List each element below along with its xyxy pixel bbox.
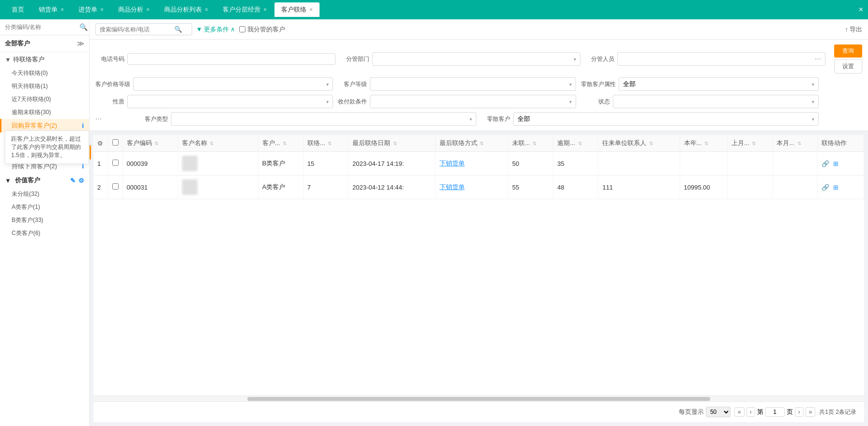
last-page-button[interactable]: » bbox=[806, 407, 816, 417]
payment-field: 收付款条件 ▾ bbox=[338, 95, 576, 108]
price-grade-select[interactable]: ▾ bbox=[133, 77, 333, 91]
search-input[interactable] bbox=[100, 26, 172, 33]
sort-icon3[interactable]: ⇅ bbox=[283, 141, 287, 146]
manager-select[interactable]: ··· bbox=[617, 52, 825, 66]
horizontal-scrollbar[interactable] bbox=[93, 396, 864, 401]
sort-icon2[interactable]: ⇅ bbox=[210, 141, 213, 146]
settings-button[interactable]: 设置 bbox=[834, 59, 862, 73]
tooltip-box: 距客户上次交易时长，超过了此客户的平均交易周期的1.5倍，则视为异常。 bbox=[5, 131, 89, 164]
sidebar-item-7days[interactable]: 近7天待联络(0) bbox=[0, 93, 89, 106]
status-select[interactable]: ▾ bbox=[613, 95, 819, 108]
sidebar-item-overdue[interactable]: 逾期未联络(30) bbox=[0, 106, 89, 119]
view-icon[interactable]: 🔗 bbox=[822, 160, 829, 167]
sort-icon10[interactable]: ⇅ bbox=[704, 141, 708, 146]
export-icon: ↑ bbox=[845, 26, 849, 33]
close-tab-purchase[interactable]: × bbox=[100, 6, 104, 13]
department-select[interactable]: ▾ bbox=[372, 52, 580, 66]
dots-icon[interactable]: ··· bbox=[815, 55, 821, 63]
sort-icon7[interactable]: ⇅ bbox=[533, 141, 536, 146]
sidebar-item-c-type[interactable]: C类客户(6) bbox=[0, 227, 89, 240]
chevron-down-icon7: ▾ bbox=[569, 99, 572, 104]
close-tab-sales[interactable]: × bbox=[61, 6, 64, 13]
row1-this-year bbox=[680, 152, 727, 176]
sort-icon9[interactable]: ⇅ bbox=[649, 141, 653, 146]
left-sidebar: 🔍 全部客户 ≫ ▼ 待联络客户 今天待联络(0) 明天待联络(1) 近7天待联… bbox=[0, 19, 90, 426]
nature-select[interactable]: ▾ bbox=[127, 95, 333, 108]
tab-purchase-order[interactable]: 进货单 × bbox=[72, 2, 110, 17]
row2-type: A类客户 bbox=[258, 176, 303, 199]
sort-icon[interactable]: ⇅ bbox=[154, 141, 158, 146]
close-tab-tier[interactable]: × bbox=[263, 6, 267, 13]
customer-grade-select[interactable]: ▾ bbox=[370, 77, 576, 91]
next-page-button[interactable]: › bbox=[795, 407, 804, 417]
value-customer-section[interactable]: ▼ 价值客户 ✎ ⚙ bbox=[0, 173, 89, 188]
payment-select[interactable]: ▾ bbox=[370, 95, 576, 108]
edit-icon[interactable]: ✎ bbox=[70, 177, 76, 184]
department-field: 分管部门 ▾ bbox=[340, 52, 580, 66]
sort-icon6[interactable]: ⇅ bbox=[480, 141, 484, 146]
prev-page-button[interactable]: ‹ bbox=[746, 407, 755, 417]
sidebar-item-tomorrow[interactable]: 明天待联络(1) bbox=[0, 80, 89, 93]
row1-this-month bbox=[773, 152, 818, 176]
chevron-down-icon4: ▾ bbox=[569, 82, 572, 87]
customer-type-select[interactable]: ▾ bbox=[171, 112, 476, 126]
arrow-icon: ▼ bbox=[5, 56, 11, 63]
gear-icon[interactable]: ⚙ bbox=[97, 140, 103, 147]
close-tab-analysis-list[interactable]: × bbox=[205, 6, 208, 13]
sort-icon8[interactable]: ⇅ bbox=[578, 141, 582, 146]
query-button[interactable]: 查询 bbox=[834, 44, 862, 58]
filter-top-bar: 🔍 ▼ 更多条件 ∧ 我分管的客户 ↑ 导出 bbox=[90, 19, 868, 40]
retail-customer-select[interactable]: 全部 ▾ bbox=[513, 112, 819, 126]
sidebar-search-icon[interactable]: 🔍 bbox=[79, 23, 88, 31]
more-icon2[interactable]: ⊞ bbox=[833, 184, 838, 191]
pending-contact-group[interactable]: ▼ 待联络客户 bbox=[0, 52, 89, 67]
sidebar-item-b-type[interactable]: B类客户(33) bbox=[0, 214, 89, 227]
phone-input[interactable] bbox=[127, 53, 335, 65]
search-bar[interactable]: 🔍 bbox=[95, 23, 192, 35]
row1-contact-person bbox=[598, 152, 680, 176]
row1-last-method: 下销货单 bbox=[435, 152, 508, 176]
sort-icon4[interactable]: ⇅ bbox=[328, 141, 332, 146]
sort-icon12[interactable]: ⇅ bbox=[797, 141, 801, 146]
more-icon[interactable]: ⊞ bbox=[833, 160, 838, 167]
row2-checkbox[interactable] bbox=[108, 176, 122, 199]
settings-icon[interactable]: ⚙ bbox=[78, 177, 84, 184]
tab-product-analysis-list[interactable]: 商品分析列表 × bbox=[157, 2, 215, 17]
tab-sales-order[interactable]: 销货单 × bbox=[32, 2, 71, 17]
more-filters-dots[interactable]: ··· bbox=[95, 115, 102, 123]
row2-no: 2 bbox=[93, 176, 108, 199]
close-tab-contact[interactable]: × bbox=[309, 6, 313, 13]
close-tab-analysis[interactable]: × bbox=[146, 6, 150, 13]
sidebar-item-today[interactable]: 今天待联络(0) bbox=[0, 67, 89, 80]
sidebar-item-ungroup[interactable]: 未分组(32) bbox=[0, 188, 89, 201]
row2-actions: 🔗 ⊞ bbox=[818, 176, 864, 199]
scrollbar-thumb[interactable] bbox=[247, 397, 710, 401]
first-page-button[interactable]: « bbox=[734, 407, 745, 417]
close-window-button[interactable]: × bbox=[859, 5, 863, 14]
col-settings: ⚙ bbox=[93, 135, 108, 152]
tab-customer-contact[interactable]: 客户联络 × bbox=[274, 2, 320, 17]
my-customers-checkbox[interactable]: 我分管的客户 bbox=[239, 25, 285, 34]
sidebar-search-bar[interactable]: 🔍 bbox=[0, 19, 89, 35]
chevron-down-icon5: ▾ bbox=[812, 82, 814, 87]
tab-home[interactable]: 首页 bbox=[5, 2, 31, 17]
collapse-sidebar-button[interactable]: ≫ bbox=[77, 40, 84, 47]
export-button[interactable]: ↑ 导出 bbox=[845, 25, 863, 34]
sort-icon5[interactable]: ⇅ bbox=[393, 141, 397, 146]
tab-customer-tier[interactable]: 客户分层经营 × bbox=[216, 2, 274, 17]
retail-attr-select[interactable]: 全部 ▾ bbox=[619, 77, 819, 91]
tab-product-analysis[interactable]: 商品分析 × bbox=[111, 2, 156, 17]
page-input[interactable] bbox=[765, 407, 785, 417]
row1-checkbox[interactable] bbox=[108, 152, 122, 176]
sidebar-search-input[interactable] bbox=[5, 24, 77, 30]
col-last-method: 最后联络方式 ⇅ bbox=[435, 135, 508, 152]
row1-actions: 🔗 ⊞ bbox=[818, 152, 864, 176]
sort-icon11[interactable]: ⇅ bbox=[752, 141, 756, 146]
select-all-checkbox[interactable] bbox=[112, 139, 119, 146]
more-conditions-button[interactable]: ▼ 更多条件 ∧ bbox=[196, 25, 235, 34]
search-icon: 🔍 bbox=[174, 26, 182, 33]
per-page-select[interactable]: 50 100 200 bbox=[706, 407, 731, 417]
view-icon2[interactable]: 🔗 bbox=[822, 184, 829, 191]
sidebar-item-a-type[interactable]: A类客户(1) bbox=[0, 201, 89, 214]
my-customers-check[interactable] bbox=[239, 26, 245, 32]
